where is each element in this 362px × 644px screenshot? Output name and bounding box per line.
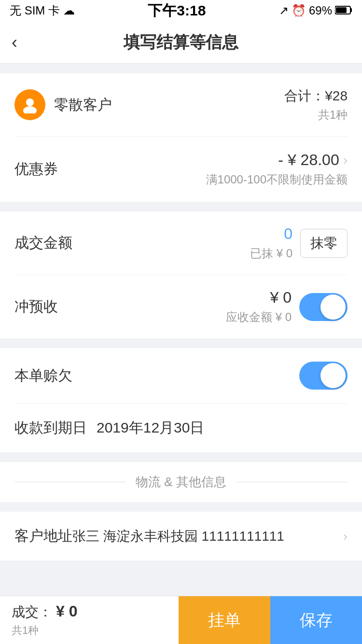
prepayment-row: 冲预收 ¥ 0 应收金额 ¥ 0 bbox=[14, 275, 348, 338]
divider-line-left bbox=[14, 482, 126, 482]
section-gap-2 bbox=[0, 202, 362, 211]
battery-label: 69% bbox=[309, 4, 332, 17]
section-gap-5 bbox=[0, 502, 362, 512]
logistics-label: 物流 & 其他信息 bbox=[136, 474, 226, 490]
due-date-label: 收款到期日 bbox=[14, 418, 87, 438]
transaction-sub-label: 已抹 ¥ 0 bbox=[250, 246, 292, 261]
customer-right: 合计：¥28 共1种 bbox=[284, 87, 348, 123]
prepayment-label: 冲预收 bbox=[14, 297, 58, 317]
debt-row: 本单赊欠 bbox=[14, 348, 348, 404]
status-time: 下午3:18 bbox=[148, 1, 206, 21]
no-sim-label: 无 SIM 卡 ☁ bbox=[10, 3, 75, 18]
status-bar: 无 SIM 卡 ☁ 下午3:18 ↗ ⏰ 69% bbox=[0, 0, 362, 21]
nav-bar: ‹ 填写结算等信息 bbox=[0, 21, 362, 64]
logistics-section: 物流 & 其他信息 bbox=[0, 462, 362, 502]
debt-section: 本单赊欠 收款到期日 2019年12月30日 bbox=[0, 348, 362, 452]
round-zero-button[interactable]: 抹零 bbox=[300, 229, 348, 258]
alarm-icon: ⏰ bbox=[292, 4, 306, 17]
section-gap-4 bbox=[0, 452, 362, 462]
back-button[interactable]: ‹ bbox=[12, 32, 17, 53]
coupon-label: 优惠券 bbox=[14, 159, 58, 179]
customer-left: 零散客户 bbox=[14, 89, 112, 120]
battery-icon bbox=[335, 4, 352, 17]
prepayment-toggle[interactable] bbox=[299, 293, 348, 321]
page-title: 填写结算等信息 bbox=[124, 31, 238, 54]
status-right: ↗ ⏰ 69% bbox=[279, 4, 352, 17]
coupon-row[interactable]: 优惠券 - ¥ 28.00 › 满1000-100不限制使用金额 bbox=[14, 136, 348, 202]
prepayment-value: ¥ 0 bbox=[226, 289, 292, 307]
bottom-amount: ¥ 0 bbox=[56, 602, 77, 620]
total-amount: 合计：¥28 bbox=[284, 87, 348, 105]
avatar bbox=[14, 89, 45, 120]
customer-name: 零散客户 bbox=[54, 95, 112, 115]
customer-section: 零散客户 合计：¥28 共1种 优惠券 - ¥ 28.00 › 满1000-10… bbox=[0, 73, 362, 202]
section-gap-1 bbox=[0, 64, 362, 73]
section-gap-6 bbox=[0, 560, 362, 570]
svg-point-3 bbox=[26, 98, 34, 106]
total-count: 共1种 bbox=[284, 107, 348, 123]
customer-row: 零散客户 合计：¥28 共1种 bbox=[14, 73, 348, 136]
transaction-amount-row: 成交金额 0 已抹 ¥ 0 抹零 bbox=[14, 211, 348, 275]
bottom-count: 共1种 bbox=[12, 623, 167, 638]
transaction-amount-value: 0 bbox=[284, 225, 292, 242]
address-section: 客户地址 张三 海淀永丰科技园 11111111111 › bbox=[0, 512, 362, 560]
toggle-knob bbox=[320, 294, 346, 320]
bottom-bar: 成交： ¥ 0 共1种 挂单 保存 bbox=[0, 596, 362, 644]
prepayment-value-wrapper: ¥ 0 应收金额 ¥ 0 bbox=[226, 289, 292, 325]
svg-rect-2 bbox=[336, 7, 347, 13]
chevron-right-icon: › bbox=[343, 153, 348, 168]
bottom-deal-label: 成交： bbox=[12, 603, 52, 621]
coupon-right: - ¥ 28.00 › 满1000-100不限制使用金额 bbox=[206, 151, 348, 187]
due-date-value: 2019年12月30日 bbox=[97, 418, 204, 438]
status-left: 无 SIM 卡 ☁ bbox=[10, 3, 75, 18]
address-label: 客户地址 bbox=[14, 526, 72, 546]
transaction-amount-right: 0 已抹 ¥ 0 抹零 bbox=[250, 225, 348, 261]
debt-toggle-knob bbox=[320, 363, 346, 388]
debt-toggle[interactable] bbox=[299, 362, 348, 390]
debt-label: 本单赊欠 bbox=[14, 366, 72, 386]
section-gap-3 bbox=[0, 338, 362, 348]
divider-line-right bbox=[236, 482, 348, 482]
coupon-desc: 满1000-100不限制使用金额 bbox=[206, 172, 348, 187]
svg-point-4 bbox=[23, 106, 37, 113]
address-row[interactable]: 客户地址 张三 海淀永丰科技园 11111111111 › bbox=[14, 512, 348, 560]
logistics-divider: 物流 & 其他信息 bbox=[14, 462, 348, 502]
prepayment-right: ¥ 0 应收金额 ¥ 0 bbox=[226, 289, 348, 325]
prepayment-sub-label: 应收金额 ¥ 0 bbox=[226, 309, 292, 325]
bottom-info: 成交： ¥ 0 共1种 bbox=[0, 596, 179, 644]
transaction-section: 成交金额 0 已抹 ¥ 0 抹零 冲预收 ¥ 0 应收金额 ¥ 0 bbox=[0, 211, 362, 338]
hang-button[interactable]: 挂单 bbox=[179, 596, 270, 644]
address-value: 张三 海淀永丰科技园 11111111111 bbox=[72, 527, 339, 546]
save-button[interactable]: 保存 bbox=[270, 596, 362, 644]
due-date-row[interactable]: 收款到期日 2019年12月30日 bbox=[14, 404, 348, 452]
transaction-amount-label: 成交金额 bbox=[14, 233, 72, 253]
address-chevron-icon: › bbox=[343, 529, 348, 544]
location-icon: ↗ bbox=[279, 4, 289, 17]
coupon-discount: - ¥ 28.00 bbox=[278, 151, 339, 169]
svg-rect-1 bbox=[350, 8, 352, 12]
